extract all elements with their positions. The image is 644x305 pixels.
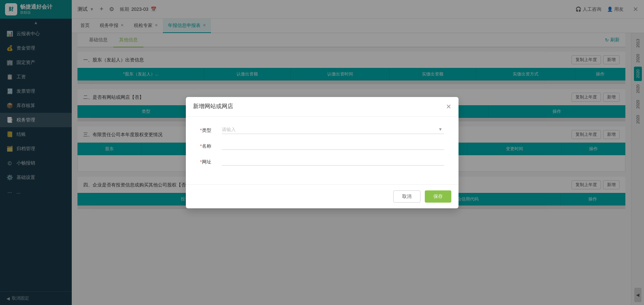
modal-footer: 取消 保存 (186, 184, 459, 208)
form-group-type: *类型 ▼ (200, 127, 444, 134)
type-dropdown-icon: ▼ (438, 127, 443, 132)
modal-title: 新增网站或网店 (193, 103, 233, 110)
field-url-label: *网址 (200, 159, 222, 165)
field-type-input[interactable] (222, 127, 444, 132)
form-group-name: *名称 (200, 143, 444, 150)
field-url-input[interactable] (222, 158, 444, 164)
add-website-modal: 新增网站或网店 ✕ *类型 ▼ *名称 (186, 97, 459, 208)
required-star-name: * (200, 143, 202, 149)
modal-close-button[interactable]: ✕ (446, 103, 451, 111)
field-name-input[interactable] (222, 143, 444, 148)
modal-header: 新增网站或网店 ✕ (186, 97, 459, 117)
modal-body: *类型 ▼ *名称 *网址 (186, 117, 459, 184)
save-button[interactable]: 保存 (425, 190, 451, 203)
field-url-wrap (222, 158, 444, 166)
form-group-url: *网址 (200, 158, 444, 166)
field-type-wrap: ▼ (222, 127, 444, 134)
required-star-url: * (200, 159, 202, 165)
field-name-label: *名称 (200, 143, 222, 149)
required-star: * (200, 128, 202, 133)
cancel-button[interactable]: 取消 (393, 190, 420, 203)
modal-overlay: 新增网站或网店 ✕ *类型 ▼ *名称 (0, 0, 644, 305)
field-name-wrap (222, 143, 444, 150)
field-type-label: *类型 (200, 127, 222, 134)
